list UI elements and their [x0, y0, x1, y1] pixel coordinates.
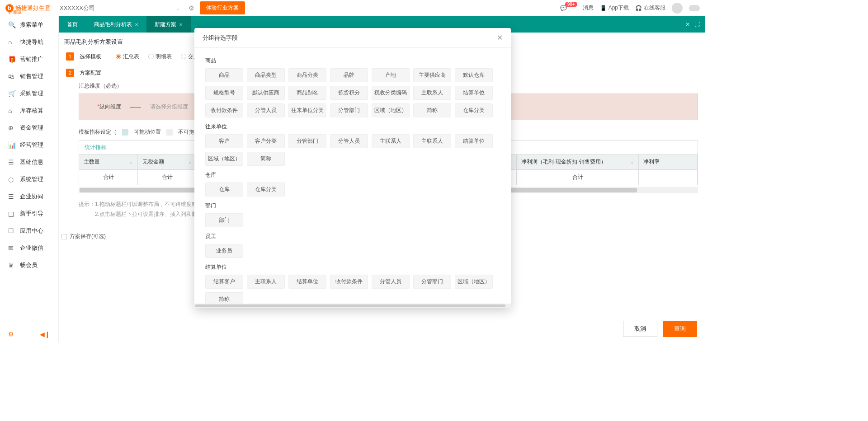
field-tag[interactable]: 结算单位 [288, 275, 326, 289]
field-group-2: 仓库仓库仓库分类 [205, 171, 500, 196]
field-tags: 客户客户分类分管部门分管人员主联系人主联系人结算单位区域（地区）简称 [205, 134, 500, 166]
field-tag[interactable]: 分管人员 [247, 103, 285, 117]
field-tags: 仓库仓库分类 [205, 182, 500, 196]
modal-header: 分组待选字段 ✕ [194, 28, 511, 48]
field-group-0: 商品商品商品类型商品分类品牌产地主要供应商默认仓库规格型号默认供应商商品别名拣货… [205, 57, 500, 117]
field-tag[interactable]: 分管人员 [330, 134, 368, 148]
field-tag[interactable]: 品牌 [330, 68, 368, 82]
field-group-4: 员工业务员 [205, 233, 500, 258]
field-group-title: 部门 [205, 202, 500, 210]
field-tag[interactable]: 拣货积分 [330, 86, 368, 100]
field-tag[interactable]: 部门 [205, 213, 243, 227]
field-tag[interactable]: 区域（地区） [455, 275, 493, 289]
field-tags: 结算客户主联系人结算单位收付款条件分管人员分管部门区域（地区）简称 [205, 275, 500, 304]
modal-body: 商品商品商品类型商品分类品牌产地主要供应商默认仓库规格型号默认供应商商品别名拣货… [194, 48, 511, 304]
field-tag[interactable]: 税收分类编码 [372, 86, 410, 100]
close-icon[interactable]: ✕ [497, 33, 503, 42]
field-tag[interactable]: 区域（地区） [372, 103, 410, 117]
field-group-title: 往来单位 [205, 123, 500, 131]
field-group-title: 仓库 [205, 171, 500, 179]
field-group-title: 结算单位 [205, 263, 500, 271]
field-tag[interactable]: 结算客户 [205, 275, 243, 289]
field-group-3: 部门部门 [205, 202, 500, 227]
field-tag[interactable]: 分管人员 [372, 275, 410, 289]
modal-overlay: 分组待选字段 ✕ 商品商品商品类型商品分类品牌产地主要供应商默认仓库规格型号默认… [0, 0, 705, 342]
field-tag[interactable]: 仓库 [205, 182, 243, 196]
field-tag[interactable]: 简称 [413, 103, 451, 117]
field-tag[interactable]: 默认仓库 [455, 68, 493, 82]
field-tag[interactable]: 往来单位分类 [288, 103, 326, 117]
field-group-title: 商品 [205, 57, 500, 65]
field-tag[interactable]: 仓库分类 [455, 103, 493, 117]
field-group-1: 往来单位客户客户分类分管部门分管人员主联系人主联系人结算单位区域（地区）简称 [205, 123, 500, 166]
field-tag[interactable]: 简称 [247, 152, 285, 166]
field-tag[interactable]: 商品 [205, 68, 243, 82]
field-tag[interactable]: 默认供应商 [247, 86, 285, 100]
field-tag[interactable]: 收付款条件 [205, 103, 243, 117]
field-tag[interactable]: 主联系人 [413, 134, 451, 148]
field-tag[interactable]: 收付款条件 [330, 275, 368, 289]
field-tag[interactable]: 结算单位 [455, 134, 493, 148]
field-tags: 部门 [205, 213, 500, 227]
field-tag[interactable]: 简称 [205, 292, 243, 304]
field-tag[interactable]: 主联系人 [247, 275, 285, 289]
field-tag[interactable]: 客户分类 [247, 134, 285, 148]
field-tag[interactable]: 商品别名 [288, 86, 326, 100]
field-tag[interactable]: 分管部门 [413, 275, 451, 289]
modal-horizontal-scrollbar[interactable] [194, 304, 511, 308]
field-tag[interactable]: 仓库分类 [247, 182, 285, 196]
field-tag[interactable]: 商品类型 [247, 68, 285, 82]
field-tag[interactable]: 商品分类 [288, 68, 326, 82]
field-group-title: 员工 [205, 233, 500, 240]
field-tags: 商品商品类型商品分类品牌产地主要供应商默认仓库规格型号默认供应商商品别名拣货积分… [205, 68, 500, 117]
field-tags: 业务员 [205, 244, 500, 258]
field-tag[interactable]: 规格型号 [205, 86, 243, 100]
field-tag[interactable]: 产地 [372, 68, 410, 82]
field-group-5: 结算单位结算客户主联系人结算单位收付款条件分管人员分管部门区域（地区）简称 [205, 263, 500, 304]
field-tag[interactable]: 主联系人 [413, 86, 451, 100]
modal-title: 分组待选字段 [203, 34, 238, 42]
field-tag[interactable]: 分管部门 [330, 103, 368, 117]
field-tag[interactable]: 区域（地区） [205, 152, 243, 166]
field-selector-modal: 分组待选字段 ✕ 商品商品商品类型商品分类品牌产地主要供应商默认仓库规格型号默认… [194, 28, 511, 308]
field-tag[interactable]: 客户 [205, 134, 243, 148]
field-tag[interactable]: 结算单位 [455, 86, 493, 100]
field-tag[interactable]: 主要供应商 [413, 68, 451, 82]
field-tag[interactable]: 业务员 [205, 244, 243, 258]
field-tag[interactable]: 分管部门 [288, 134, 326, 148]
field-tag[interactable]: 主联系人 [372, 134, 410, 148]
